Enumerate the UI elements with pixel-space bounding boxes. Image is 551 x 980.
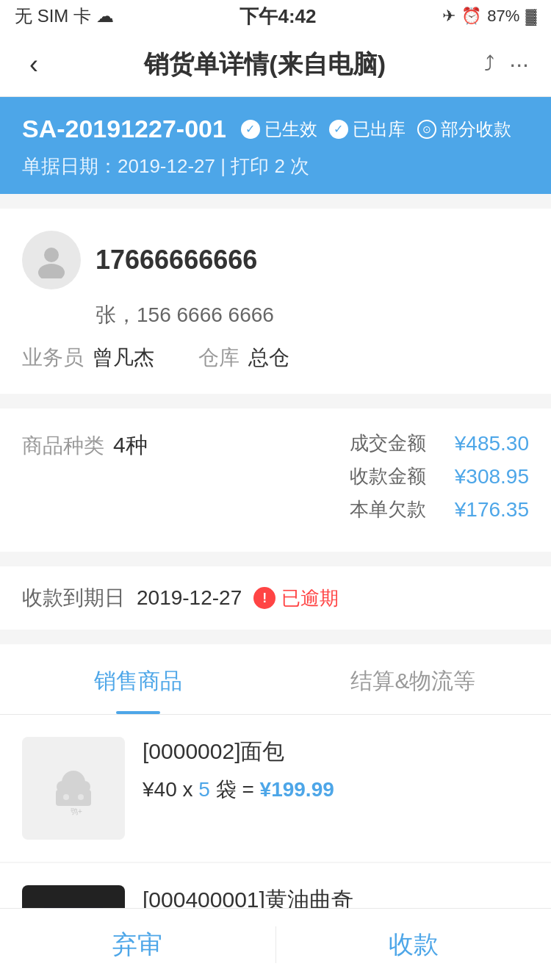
customer-contact: 张，156 6666 6666 [22,301,529,329]
avatar-icon [33,242,70,278]
category-label: 商品种类 [22,432,104,460]
due-section: 收款到期日 2019-12-27 ! 已逾期 [0,566,551,630]
product-name-1: [0000002]面包 [143,737,529,767]
warehouse-value: 总仓 [248,344,289,372]
warehouse-item: 仓库 总仓 [198,344,289,372]
status-left: 无 SIM 卡 ☁ [15,4,114,28]
product-details-1: [0000002]面包 ¥40 x 5 袋 = ¥199.99 [143,737,529,804]
nav-actions: ⤴ ··· [484,51,529,78]
check-icon-active: ✓ [241,120,260,139]
product-price-1: ¥40 [143,778,177,801]
svg-point-0 [44,248,59,262]
warehouse-label: 仓库 [198,344,240,372]
customer-avatar [22,231,81,289]
sim-status: 无 SIM 卡 ☁ [15,4,114,28]
owed-amount-label: 本单欠款 [350,497,426,522]
status-time: 下午4:42 [240,4,316,29]
product-item: 鸮+ [0000002]面包 ¥40 x 5 袋 = ¥199.99 [0,715,551,862]
badge-active-label: 已生效 [264,118,317,141]
tabs-section: 销售商品 结算&物流等 [0,644,551,715]
order-print: 打印 2 次 [231,155,309,177]
order-id: SA-20191227-001 [22,115,226,143]
order-meta: 单据日期：2019-12-27 | 打印 2 次 [22,154,529,179]
deal-amount-value: ¥485.30 [441,432,529,455]
category-value: 4种 [113,430,148,461]
owed-amount-value: ¥176.35 [441,498,529,522]
product-times-1: x [183,778,199,801]
battery-status: 87% [487,7,519,26]
received-amount-row: 收款金额 ¥308.95 [350,464,529,489]
location-icon: ✈ [442,7,455,26]
overdue-badge: ! 已逾期 [253,586,339,611]
customer-id: 17666666666 [96,245,257,275]
summary-right: 成交金额 ¥485.30 收款金额 ¥308.95 本单欠款 ¥176.35 [350,430,529,530]
customer-section: 17666666666 张，156 6666 6666 业务员 曾凡杰 仓库 总… [0,209,551,394]
badge-partial: ⊙ 部分收款 [417,118,511,141]
status-bar: 无 SIM 卡 ☁ 下午4:42 ✈ ⏰ 87% ▓ [0,0,551,32]
summary-section: 商品种类 4种 成交金额 ¥485.30 收款金额 ¥308.95 本单欠款 ¥… [0,408,551,552]
product-qty-1: 5 [198,778,210,801]
badge-shipped-label: 已出库 [353,118,406,141]
badge-active: ✓ 已生效 [241,118,317,141]
clock-icon: ⊙ [417,120,436,139]
product-total-1: ¥199.99 [260,778,334,801]
category-row: 商品种类 4种 [22,430,148,461]
cancel-button[interactable]: 弃审 [0,913,276,976]
overdue-text: 已逾期 [281,586,339,611]
sales-rep-value: 曾凡杰 [93,344,154,372]
svg-text:鸮+: 鸮+ [71,807,82,815]
check-icon-shipped: ✓ [329,120,348,139]
product-placeholder-icon: 鸮+ [44,759,103,818]
owed-amount-row: 本单欠款 ¥176.35 [350,497,529,522]
received-amount-label: 收款金额 [350,464,426,489]
order-separator: | [220,155,231,177]
deal-amount-label: 成交金额 [350,430,426,456]
status-badges: ✓ 已生效 ✓ 已出库 ⊙ 部分收款 [241,118,511,141]
product-unit-1: 袋 [216,778,237,801]
svg-point-7 [78,794,84,800]
summary-left: 商品种类 4种 [22,430,148,461]
overdue-icon: ! [253,587,276,609]
product-image-1: 鸮+ [22,737,125,840]
page-title: 销货单详情(来自电脑) [144,48,386,82]
order-header: SA-20191227-001 ✓ 已生效 ✓ 已出库 ⊙ 部分收款 单据日期：… [0,97,551,194]
tab-settlement[interactable]: 结算&物流等 [276,644,551,714]
badge-shipped: ✓ 已出库 [329,118,406,141]
tabs: 销售商品 结算&物流等 [0,644,551,714]
sales-rep-item: 业务员 曾凡杰 [22,344,154,372]
badge-partial-label: 部分收款 [441,118,511,141]
bottom-bar: 弃审 收款 [0,908,551,980]
product-pricing-1: ¥40 x 5 袋 = ¥199.99 [143,776,529,804]
confirm-button[interactable]: 收款 [276,913,552,976]
back-button[interactable]: ‹ [22,42,46,87]
order-date: 单据日期：2019-12-27 [22,155,215,177]
svg-point-6 [63,794,69,800]
tab-sales-products[interactable]: 销售商品 [0,644,276,714]
sales-rep-label: 业务员 [22,344,84,372]
due-label: 收款到期日 [22,584,125,612]
customer-details: 业务员 曾凡杰 仓库 总仓 [22,344,529,372]
svg-point-1 [38,264,65,278]
order-header-top: SA-20191227-001 ✓ 已生效 ✓ 已出库 ⊙ 部分收款 [22,115,529,143]
svg-rect-5 [56,790,91,806]
deal-amount-row: 成交金额 ¥485.30 [350,430,529,456]
due-date: 2019-12-27 [137,586,242,610]
battery-icon: ▓ [525,8,536,25]
nav-bar: ‹ 销货单详情(来自电脑) ⤴ ··· [0,32,551,97]
received-amount-value: ¥308.95 [441,465,529,489]
alarm-icon: ⏰ [461,7,481,26]
product-equals-1: = [242,778,259,801]
share-button[interactable]: ⤴ [484,53,494,76]
status-right: ✈ ⏰ 87% ▓ [442,7,536,26]
customer-row: 17666666666 [22,231,529,289]
more-button[interactable]: ··· [509,51,529,78]
